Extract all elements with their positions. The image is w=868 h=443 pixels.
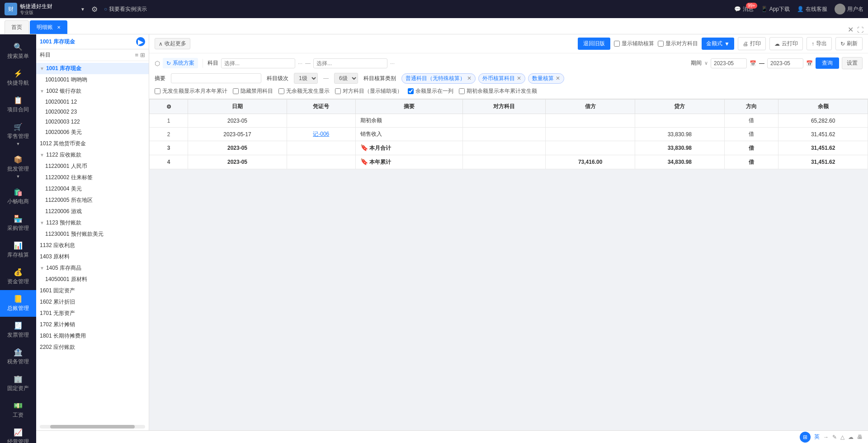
row-balance: 31,451.62 [778,128,868,141]
tree-item-1012[interactable]: 1012 其他货币资金 [36,138,149,149]
sidebar-item-finance[interactable]: 💰 资金管理 [0,263,36,290]
tree-item-10010001[interactable]: 10010001 哟哟哟 [36,74,149,86]
sidebar-item-ledger[interactable]: 📒 总账管理 [0,290,36,317]
maximize-icon[interactable]: ⛶ [857,26,863,33]
query-button[interactable]: 查询 [816,57,839,69]
tree-item-1405[interactable]: ▼ 1405 库存商品 [36,262,149,274]
tree-scrollbar[interactable] [40,425,145,429]
tree-item-11230001[interactable]: 11230001 预付账款美元 [36,229,149,240]
checkbox-no-occurrence[interactable]: 无发生额显示本月本年累计 [155,87,227,95]
tree-item-1132[interactable]: 1132 应收利息 [36,240,149,251]
filter-left-icon[interactable]: ⬡ [155,60,160,67]
tree-item-14050001[interactable]: 14050001 原材料 [36,274,149,285]
tree-item-1002[interactable]: ▼ 1002 银行存款 [36,86,149,97]
demo-link[interactable]: ○ 我要看实例演示 [104,5,147,13]
tree-item-11220002[interactable]: 11220002 往来标签 [36,172,149,183]
close-window-icon[interactable]: ✕ [848,25,854,34]
user-info[interactable]: 用户名 [835,4,863,14]
sidebar-item-search[interactable]: 🔍 搜索菜单 [0,38,36,65]
bottom-icon-2[interactable]: → [823,434,829,440]
sidebar-item-wholesale[interactable]: 📦 批发管理 ▼ [0,151,36,183]
account-nav-button[interactable]: ▶ [136,37,145,46]
sidebar-item-assets[interactable]: 🏢 固定资产 [0,370,36,397]
show-auxiliary-checkbox[interactable]: 显示辅助核算 [614,40,654,48]
bottom-icon-6[interactable]: 🖶 [857,434,863,440]
tree-list-icon[interactable]: ≡ [135,52,138,58]
calendar-icon-2[interactable]: 📅 [806,60,813,67]
tree-item-1601[interactable]: 1601 固定资产 [36,285,149,296]
sidebar-item-invoice[interactable]: 🧾 发票管理 [0,317,36,343]
tree-scroll-thumb [50,425,134,429]
period-to-input[interactable] [767,58,803,68]
sidebar-item-nav[interactable]: ⚡ 快捷导航 [0,65,36,91]
print-button[interactable]: 🖨 打印 [738,37,766,50]
online-service-button[interactable]: 👤 在线客服 [797,5,827,13]
bottom-icon-4[interactable]: △ [840,434,844,440]
tree-item-10020006[interactable]: 10020006 美元 [36,127,149,138]
checkbox-opposite[interactable]: 对方科目（显示辅助项） [335,87,402,95]
app-dropdown[interactable]: ▼ [80,7,85,12]
project-icon: 📋 [14,96,23,105]
format-dropdown-button[interactable]: 金额式 ▼ [702,38,734,50]
show-opposite-checkbox[interactable]: 显示对方科目 [658,40,698,48]
checkbox-balance-one-col[interactable]: 余额显示在一列 [408,87,453,95]
tree-expand-icon[interactable]: ⊞ [140,52,145,58]
tag-remove-qty[interactable]: ✕ [556,75,560,81]
tree-item-1602[interactable]: 1602 累计折旧 [36,296,149,308]
setting-button[interactable]: 设置 [842,57,863,69]
subject-input-to[interactable] [313,58,387,68]
messages-button[interactable]: 💬 消息 99+ [734,5,754,13]
sidebar-item-project[interactable]: 📋 项目合同 [0,91,36,118]
settings-icon[interactable]: ⚙ [89,5,100,14]
checkbox-initial-balance[interactable]: 期初余额显示本年累计发生额 [459,87,537,95]
sidebar-item-tax[interactable]: 🏦 税务管理 [0,343,36,370]
sidebar-item-inventory[interactable]: 📊 库存核算 [0,237,36,263]
tree-item-1123[interactable]: ▼ 1123 预付账款 [36,217,149,229]
calendar-icon-1[interactable]: 📅 [750,60,756,67]
tree-item-1701[interactable]: 1701 无形资产 [36,308,149,319]
expand-button[interactable]: ∧ 收起更多 [155,38,190,49]
tree-item-1122[interactable]: ▼ 1122 应收账款 [36,149,149,161]
checkbox-no-balance[interactable]: 无余额无发生显示 [278,87,330,95]
voucher-link[interactable]: 记-006 [313,131,329,137]
tree-item-1001[interactable]: ▼ 1001 库存现金 [36,63,149,74]
col-settings[interactable]: ⚙ [150,100,188,114]
tree-item-11220006[interactable]: 11220006 游戏 [36,206,149,217]
tag-remove-foreign[interactable]: ✕ [517,75,521,81]
bottom-icon-5[interactable]: ☁ [848,434,854,440]
tree-item-10020001[interactable]: 10020001 12 [36,97,149,107]
tree-item-10020002[interactable]: 10020002 23 [36,107,149,117]
tree-item-1403[interactable]: 1403 原材料 [36,251,149,262]
bottom-icon-1[interactable]: ⊞ [800,432,811,443]
sidebar-item-ecommerce[interactable]: 🛍️ 小畅电商 [0,183,36,210]
tab-detail[interactable]: 明细账 ✕ [30,20,67,34]
tree-item-11220005[interactable]: 11220005 所在地区 [36,195,149,206]
app-download-button[interactable]: 📱 App下载 [761,5,790,13]
bottom-icon-3[interactable]: ✎ [832,434,837,440]
tree-item-1801[interactable]: 1801 长期待摊费用 [36,330,149,342]
close-tab-icon[interactable]: ✕ [57,25,61,30]
sidebar-item-ops[interactable]: 📈 经营管理 [0,424,36,443]
query-scheme-button[interactable]: ↻ 系统方案 [163,58,198,68]
export-button[interactable]: ↑ 导出 [807,37,832,50]
sidebar-item-purchase[interactable]: 🏪 采购管理 [0,210,36,237]
summary-input[interactable] [171,73,261,83]
refresh-button[interactable]: ↻ 刷新 [835,37,863,50]
tree-item-10020003[interactable]: 10020003 122 [36,117,149,127]
tree-item-2202[interactable]: 2202 应付账款 [36,342,149,353]
period-from-input[interactable] [711,58,747,68]
tab-home[interactable]: 首页 [5,20,29,34]
tree-item-1702[interactable]: 1702 累计摊销 [36,319,149,330]
sidebar-item-salary[interactable]: 💵 工资 [0,397,36,424]
cloud-print-button[interactable]: ☁ 云打印 [769,37,803,50]
tree-item-11220001[interactable]: 11220001 人民币 [36,161,149,172]
checkbox-hide-disabled[interactable]: 隐藏禁用科目 [233,87,273,95]
sidebar-item-retail[interactable]: 🛒 零售管理 ▼ [0,118,36,151]
tree-item-11220004[interactable]: 11220004 美元 [36,183,149,195]
subject-level-from-select[interactable]: 1级2级3级 [294,73,318,84]
subject-level-to-select[interactable]: 6级3级4级 [334,73,358,84]
subject-input[interactable] [221,58,295,68]
tag-remove-normal[interactable]: ✕ [467,75,472,81]
bottom-lang-label[interactable]: 英 [814,433,820,441]
back-old-version-button[interactable]: 退回旧版 [578,38,610,50]
